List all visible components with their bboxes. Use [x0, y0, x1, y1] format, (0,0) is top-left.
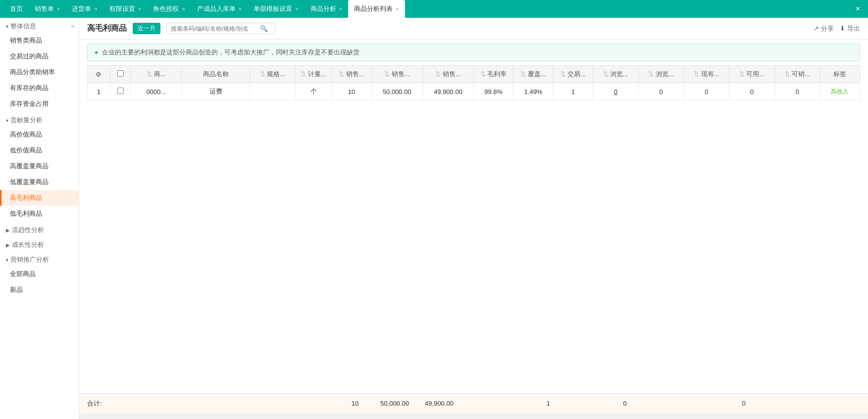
row-unit: 个 [295, 83, 332, 100]
tab-role[interactable]: 角色授权 × [147, 0, 191, 18]
sidebar-group-growth[interactable]: ▶ 成长性分析 [0, 236, 79, 251]
footer-spec [268, 398, 308, 409]
tab-analysis[interactable]: 商品分析 × [305, 0, 348, 18]
sidebar-item-low-coverage[interactable]: 低覆盖量商品 [0, 174, 79, 190]
sidebar-item-high-coverage[interactable]: 高覆盖量商品 [0, 158, 79, 174]
row-sale-qty: 10 [332, 83, 371, 100]
sidebar-item-all-goods[interactable]: 全部商品 [0, 266, 79, 282]
sidebar-item-low-value[interactable]: 低价值商品 [0, 142, 79, 158]
chevron-down-icon: ▾ [6, 257, 8, 263]
sidebar-item-stock-capital[interactable]: 库存资金占用 [0, 96, 79, 112]
row-checkbox[interactable] [117, 88, 124, 94]
close-icon[interactable]: × [182, 6, 185, 12]
row-avail: 0 [729, 83, 775, 100]
footer-num [127, 398, 147, 409]
sidebar-item-traded-goods[interactable]: 交易过的商品 [0, 48, 79, 64]
col-header-stock[interactable]: ⇅ 现有... [684, 66, 729, 83]
sidebar-item-low-margin[interactable]: 低毛利商品 [0, 206, 79, 222]
row-gross-rate: 99.8% [474, 83, 513, 100]
row-name: 运费 [182, 83, 250, 100]
col-header-cover[interactable]: ⇅ 覆盖... [513, 66, 553, 83]
search-icon[interactable]: 🔍 [260, 25, 268, 32]
col-header-check [110, 66, 130, 83]
row-trade: 1 [553, 83, 593, 100]
period-button[interactable]: 近一月 [133, 23, 160, 34]
sidebar-group-contribution[interactable]: ▾ 贡献量分析 [0, 112, 79, 127]
close-icon[interactable]: × [339, 6, 342, 12]
row-tag: 高收入 [820, 83, 860, 100]
info-icon: ✦ [94, 49, 99, 56]
col-header-name[interactable]: 商品名称 [182, 66, 250, 83]
footer-cover [496, 398, 531, 409]
sidebar-item-category-rate[interactable]: 商品分类助销率 [0, 64, 79, 80]
sidebar-group-overall[interactable]: ▾ 整体信息 [0, 18, 79, 33]
share-icon: ↗ [814, 25, 819, 32]
tag-badge: 高收入 [831, 88, 849, 95]
horizontal-scrollbar[interactable] [79, 413, 868, 419]
share-button[interactable]: ↗ 分享 [814, 24, 834, 33]
sort-icon: ⇅ [384, 70, 390, 78]
search-box[interactable]: 🔍 [166, 23, 275, 34]
sidebar-collapse-button[interactable]: « [71, 22, 75, 30]
col-header-sale-amt[interactable]: ⇅ 销售... [371, 66, 422, 83]
settings-icon[interactable]: ⚙ [96, 71, 102, 78]
tab-purchase[interactable]: 进货单 × [66, 0, 103, 18]
sort-icon: ⇅ [435, 70, 441, 78]
row-sellable: 0 [774, 83, 820, 100]
sidebar-group-trend[interactable]: ▶ 流趋性分析 [0, 222, 79, 236]
footer-label: 合计: [87, 399, 127, 408]
sidebar-group-marketing[interactable]: ▾ 营销推广分析 [0, 251, 79, 266]
sort-icon: ⇅ [147, 70, 152, 78]
close-all-button[interactable]: × [852, 4, 864, 13]
sidebar-item-in-stock[interactable]: 有库存的商品 [0, 80, 79, 96]
col-header-unit[interactable]: ⇅ 计量... [295, 66, 332, 83]
tab-sales[interactable]: 销售单 × [29, 0, 66, 18]
footer-code [164, 398, 209, 409]
tab-product-in[interactable]: 产成品入库单 × [191, 0, 248, 18]
export-icon: ⬇ [840, 25, 845, 32]
sidebar-item-high-value[interactable]: 高价值商品 [0, 127, 79, 142]
sort-icon: ⇅ [603, 70, 609, 78]
sort-icon: ⇅ [561, 70, 566, 78]
tab-home[interactable]: 首页 [4, 0, 29, 18]
export-button[interactable]: ⬇ 导出 [840, 24, 860, 33]
row-stock: 0 [684, 83, 729, 100]
select-all-checkbox[interactable] [117, 70, 124, 77]
col-header-spec[interactable]: ⇅ 规格... [250, 66, 296, 83]
col-header-browse2[interactable]: ⇅ 浏览... [638, 66, 684, 83]
close-icon[interactable]: × [396, 6, 399, 12]
close-icon[interactable]: × [295, 6, 298, 12]
footer-sellable: 0 [724, 398, 764, 409]
sidebar-item-sales-goods[interactable]: 销售类商品 [0, 33, 79, 48]
close-icon[interactable]: × [57, 6, 60, 12]
sidebar-item-high-margin[interactable]: 高毛利商品 [0, 190, 79, 206]
col-header-code[interactable]: ⇅ 商... [131, 66, 182, 83]
close-icon[interactable]: × [94, 6, 97, 12]
footer-browse2: 0 [605, 398, 645, 409]
sort-icon: ⇅ [694, 70, 699, 78]
sort-icon: ⇅ [480, 70, 486, 78]
browse1-link[interactable]: 0 [614, 88, 617, 95]
sidebar: « ▾ 整体信息 销售类商品 交易过的商品 商品分类助销率 有库存的商品 库存资… [0, 18, 79, 419]
row-browse1[interactable]: 0 [593, 83, 638, 100]
footer-sale-amt: 50,000.00 [372, 398, 417, 409]
close-icon[interactable]: × [239, 6, 242, 12]
row-num: 1 [88, 83, 110, 100]
sort-icon: ⇅ [520, 70, 526, 78]
search-input[interactable] [171, 25, 260, 32]
col-header-trade[interactable]: ⇅ 交易... [553, 66, 593, 83]
col-header-avail[interactable]: ⇅ 可用... [729, 66, 775, 83]
col-header-sellable[interactable]: ⇅ 可销... [774, 66, 820, 83]
footer-stock [645, 398, 684, 409]
tab-permission[interactable]: 权限设置 × [103, 0, 147, 18]
close-icon[interactable]: × [138, 6, 141, 12]
sidebar-item-new-goods[interactable]: 新品 [0, 282, 79, 298]
col-header-gross-rate[interactable]: ⇅ 毛利率 [474, 66, 513, 83]
footer-summary: 合计: 10 50,000.00 49,900.00 1 0 0 [79, 393, 868, 413]
table-wrapper[interactable]: ⚙ ⇅ 商... 商品名称 ⇅ [87, 65, 860, 393]
tab-analysis-list[interactable]: 商品分析列表 × [348, 0, 405, 18]
col-header-browse1[interactable]: ⇅ 浏览... [593, 66, 638, 83]
col-header-sale-qty[interactable]: ⇅ 销售... [332, 66, 371, 83]
tab-template[interactable]: 单据模板设置 × [248, 0, 304, 18]
col-header-sale-profit[interactable]: ⇅ 销售... [422, 66, 473, 83]
